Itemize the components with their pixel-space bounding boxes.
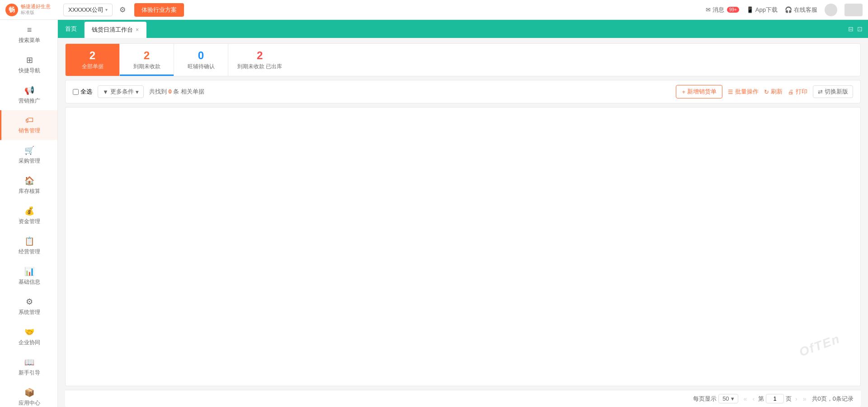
stats-row: 2 全部单据 2 到期未收款 0 旺辅待确认 2 到期未收款 已出库 xyxy=(65,43,861,76)
app-download-label: App下载 xyxy=(755,6,778,14)
stat-label-1: 到期未收款 xyxy=(133,63,160,70)
page-nav: « ‹ 第 页 › » xyxy=(742,394,808,403)
sidebar-item-3[interactable]: 🏷 销售管理 xyxy=(0,110,57,140)
next-page-button[interactable]: › xyxy=(793,394,799,403)
tab-restore-button[interactable]: ⊡ xyxy=(857,25,863,33)
sidebar-item-7[interactable]: 📋 经营管理 xyxy=(0,231,57,261)
sidebar-label-9: 系统管理 xyxy=(19,309,40,316)
sidebar-icon-6: 💰 xyxy=(24,206,34,216)
toolbar-right: + 新增销货单 ☰ 批量操作 ↻ 刷新 🖨 打印 xyxy=(676,85,853,98)
online-service-button[interactable]: 🎧 在线客服 xyxy=(785,6,817,14)
settings-button[interactable]: ⚙ xyxy=(116,4,129,16)
print-button[interactable]: 🖨 打印 xyxy=(788,88,807,96)
sidebar-icon-5: 🏠 xyxy=(24,176,34,186)
message-label: 消息 xyxy=(712,6,724,14)
tab-bar: 首页 钱货日清工作台 × ⊟ ⊡ xyxy=(58,20,868,38)
refresh-button[interactable]: ↻ 刷新 xyxy=(764,88,783,96)
switch-version-button[interactable]: ⇄ 切换新版 xyxy=(813,85,853,98)
stat-card-3[interactable]: 2 到期未收款 已出库 xyxy=(228,44,291,76)
content-area: 首页 钱货日清工作台 × ⊟ ⊡ 2 全部单据 2 到期未收款 0 旺辅待确认 xyxy=(58,20,868,407)
sidebar-icon-10: 🤝 xyxy=(24,327,34,337)
filter-button[interactable]: ▼ 更多条件 ▾ xyxy=(98,85,144,98)
select-all-checkbox[interactable]: 全选 xyxy=(73,88,92,96)
online-service-label: 在线客服 xyxy=(794,6,817,14)
filter-icon: ▼ xyxy=(103,89,108,95)
sidebar-icon-0: ≡ xyxy=(27,25,32,35)
stat-card-2[interactable]: 0 旺辅待确认 xyxy=(174,44,228,76)
logo-icon: 畅 xyxy=(5,4,18,16)
company-name: XXXXXX公司 xyxy=(68,6,104,14)
settings-icon: ⚙ xyxy=(119,5,126,14)
sidebar-label-10: 企业协同 xyxy=(19,339,40,346)
stat-underline-1 xyxy=(120,75,174,76)
download-icon: 📱 xyxy=(746,6,754,13)
sidebar-icon-9: ⚙ xyxy=(26,297,33,307)
message-button[interactable]: ✉ 消息 99+ xyxy=(706,6,739,14)
sidebar-item-10[interactable]: 🤝 企业协同 xyxy=(0,322,57,352)
tab-active-label: 钱货日清工作台 xyxy=(92,26,133,34)
sidebar-label-3: 销售管理 xyxy=(19,127,40,135)
sidebar-item-12[interactable]: 📦 应用中心 xyxy=(0,382,57,407)
sidebar-label-11: 新手引导 xyxy=(19,369,40,377)
company-selector[interactable]: XXXXXX公司 ▾ xyxy=(63,4,113,16)
stat-num-2: 0 xyxy=(198,49,204,62)
tab-close-icon[interactable]: × xyxy=(136,27,139,33)
refresh-icon: ↻ xyxy=(764,89,769,95)
sidebar-label-2: 营销推广 xyxy=(19,97,40,105)
select-all-input[interactable] xyxy=(73,89,79,95)
tab-minimize-button[interactable]: ⊟ xyxy=(848,25,854,33)
toolbar: 全选 ▼ 更多条件 ▾ 共找到 0 条 相关单据 + xyxy=(65,80,861,103)
sidebar-item-1[interactable]: ⊞ 快捷导航 xyxy=(0,50,57,80)
tab-home-label: 首页 xyxy=(65,25,77,33)
table-area xyxy=(65,107,861,386)
service-icon: 🎧 xyxy=(785,6,792,13)
sidebar-item-0[interactable]: ≡ 搜索菜单 xyxy=(0,20,57,50)
sidebar-icon-7: 📋 xyxy=(24,236,34,246)
page-label: 第 xyxy=(758,395,764,403)
sidebar-label-6: 资金管理 xyxy=(19,218,40,225)
stat-label-3: 到期未收款 已出库 xyxy=(237,63,282,70)
message-badge: 99+ xyxy=(727,7,739,13)
add-icon: + xyxy=(682,89,685,95)
sidebar-label-5: 库存核算 xyxy=(19,187,40,195)
sidebar-icon-3: 🏷 xyxy=(25,116,33,125)
sidebar-icon-8: 📊 xyxy=(24,267,34,276)
sidebar-item-9[interactable]: ⚙ 系统管理 xyxy=(0,291,57,322)
company-arrow-icon: ▾ xyxy=(105,7,108,12)
page-size-box[interactable]: 50 ▾ xyxy=(718,394,738,403)
first-page-button[interactable]: « xyxy=(742,394,749,403)
page-input[interactable] xyxy=(766,394,784,403)
sidebar-item-4[interactable]: 🛒 采购管理 xyxy=(0,140,57,170)
stat-num-3: 2 xyxy=(257,49,263,62)
sidebar-icon-11: 📖 xyxy=(24,357,34,367)
prev-page-button[interactable]: ‹ xyxy=(750,394,756,403)
select-all-label: 全选 xyxy=(80,88,92,96)
sidebar-label-8: 基础信息 xyxy=(19,278,40,286)
sidebar-item-6[interactable]: 💰 资金管理 xyxy=(0,201,57,231)
page-suffix: 页 xyxy=(786,395,792,403)
sidebar-item-2[interactable]: 📢 营销推广 xyxy=(0,80,57,110)
sidebar-item-11[interactable]: 📖 新手引导 xyxy=(0,352,57,382)
tab-active[interactable]: 钱货日清工作台 × xyxy=(85,22,146,38)
print-icon: 🖨 xyxy=(788,89,794,95)
avatar[interactable] xyxy=(825,4,837,16)
user-name[interactable] xyxy=(844,4,863,16)
try-industry-button[interactable]: 体验行业方案 xyxy=(134,3,184,17)
batch-button[interactable]: ☰ 批量操作 xyxy=(728,88,759,96)
app-download-button[interactable]: 📱 App下载 xyxy=(746,6,778,14)
sidebar-item-5[interactable]: 🏠 库存核算 xyxy=(0,170,57,201)
stat-card-1[interactable]: 2 到期未收款 xyxy=(120,44,174,76)
toolbar-left: 全选 ▼ 更多条件 ▾ 共找到 0 条 相关单据 xyxy=(73,85,204,98)
logo-sub: 标准版 xyxy=(21,9,51,16)
add-order-button[interactable]: + 新增销货单 xyxy=(676,85,722,98)
stat-num-1: 2 xyxy=(144,49,150,62)
found-text: 共找到 0 条 相关单据 xyxy=(149,88,204,96)
stat-card-0[interactable]: 2 全部单据 xyxy=(66,44,120,76)
page-size-arrow-icon: ▾ xyxy=(731,395,734,402)
sidebar-label-0: 搜索菜单 xyxy=(19,37,40,44)
page-content: 2 全部单据 2 到期未收款 0 旺辅待确认 2 到期未收款 已出库 全选 ▼ xyxy=(58,38,868,407)
last-page-button[interactable]: » xyxy=(801,394,808,403)
stat-num-0: 2 xyxy=(90,49,95,62)
tab-home[interactable]: 首页 xyxy=(58,20,85,38)
sidebar-item-8[interactable]: 📊 基础信息 xyxy=(0,261,57,291)
